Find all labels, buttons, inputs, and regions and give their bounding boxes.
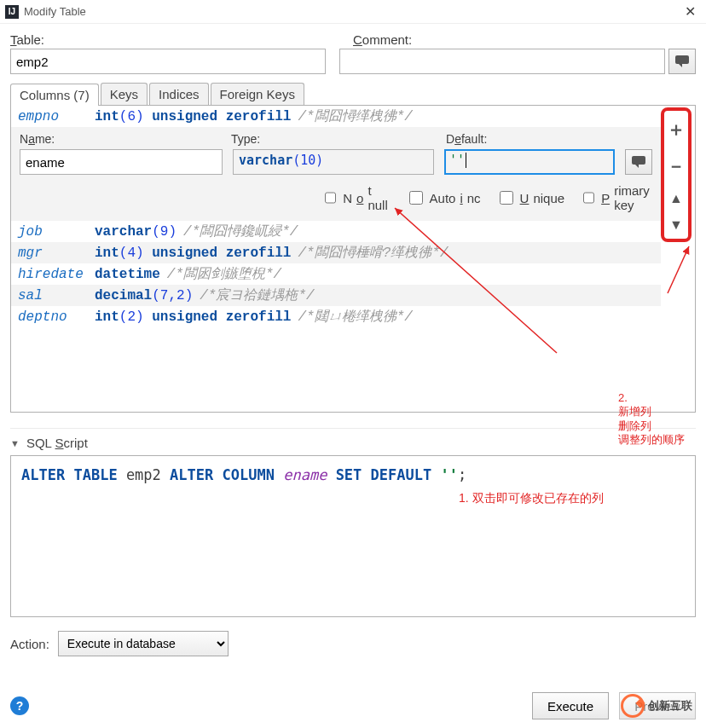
default-expand-button[interactable] (625, 149, 652, 175)
tab-foreign-keys[interactable]: Foreign Keys (211, 83, 304, 105)
primary-key-checkbox[interactable]: Primary key (580, 183, 652, 212)
column-default-input[interactable]: '' (444, 149, 615, 175)
tab-indices[interactable]: Indices (149, 83, 209, 105)
sql-collapse-icon[interactable]: ▼ (10, 438, 20, 448)
svg-rect-0 (675, 55, 689, 64)
column-type-input[interactable]: varchar(10) (233, 149, 434, 175)
move-up-icon[interactable]: ▲ (664, 191, 688, 206)
remove-column-icon[interactable]: － (664, 153, 688, 179)
execute-button[interactable]: Execute (532, 692, 609, 719)
auto-inc-checkbox[interactable]: Auto inc (406, 183, 481, 212)
sql-script-box[interactable]: ALTER TABLE emp2 ALTER COLUMN ename SET … (10, 455, 696, 617)
add-column-icon[interactable]: ＋ (664, 117, 688, 142)
tab-columns[interactable]: Columns (7) (10, 84, 99, 106)
column-row[interactable]: job varchar(9) /*闆囧憳鑱屼綅*/ (11, 221, 661, 242)
comment-label: Comment: (353, 32, 412, 47)
table-name-input[interactable] (10, 49, 326, 74)
svg-line-5 (668, 246, 689, 293)
help-icon[interactable]: ? (10, 696, 29, 715)
column-row[interactable]: mgr int(4) unsigned zerofill /*闆囧憳棰嗗?缂栧彿… (11, 242, 661, 263)
app-icon: IJ (5, 5, 19, 19)
column-row[interactable]: empno int(6) unsigned zerofill /*闆囧憳缂栧彿*… (11, 106, 661, 127)
unique-checkbox[interactable]: Unique (496, 183, 565, 212)
close-icon[interactable]: ✕ (680, 3, 701, 20)
svg-marker-3 (634, 164, 639, 168)
annotation-side: 2. 新增列 删除列 调整列的顺序 (618, 391, 688, 447)
tab-keys[interactable]: Keys (101, 83, 148, 105)
svg-marker-1 (678, 63, 682, 67)
move-down-icon[interactable]: ▼ (664, 217, 688, 233)
editor-name-label: Name: (20, 132, 55, 146)
editor-default-label: Default: (446, 132, 487, 146)
not-null-checkbox[interactable]: Not null (321, 183, 391, 212)
action-label: Action: (10, 637, 49, 651)
sql-script-label: SQL Script (26, 436, 88, 450)
column-name-input[interactable] (20, 149, 223, 175)
comment-expand-button[interactable] (668, 49, 696, 74)
column-row[interactable]: deptno int(2) unsigned zerofill /*閮ㄩ棬缂栧彿… (11, 306, 661, 327)
table-label: Table: (10, 32, 44, 47)
editor-type-label: Type: (231, 132, 260, 146)
watermark-logo: 创新互联 (621, 689, 706, 723)
action-select[interactable]: Execute in database (58, 631, 229, 656)
comment-input[interactable] (339, 49, 665, 74)
column-row[interactable]: hiredate datetime /*闆囦剑鏃堕棿*/ (11, 263, 661, 285)
column-row[interactable]: sal decimal(7,2) /*宸ヨ祫鏈堣柂*/ (11, 285, 661, 306)
window-title: Modify Table (24, 5, 86, 18)
svg-rect-2 (632, 156, 645, 165)
